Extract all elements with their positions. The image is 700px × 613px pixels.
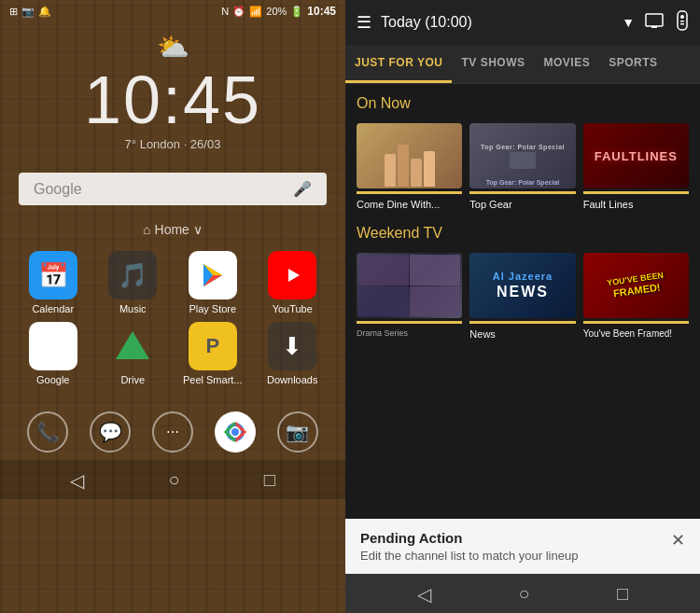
show-card-news[interactable]: Al Jazeera NEWS News <box>469 253 575 340</box>
right-bottom-nav: ◁ ○ □ <box>345 574 700 613</box>
come-dine-name: Come Dine With... <box>357 199 462 210</box>
home-button[interactable]: ○ <box>168 469 179 492</box>
come-dine-thumb <box>357 123 462 188</box>
tab-just-for-you[interactable]: JUST FOR YOU <box>345 45 452 83</box>
show-card-framed[interactable]: YOU'VE BEEN FRAMED! You've Been Framed! <box>583 253 689 340</box>
downloads-icon: ⬇ <box>268 322 316 370</box>
app-item-playstore[interactable]: Play Store <box>176 251 249 314</box>
status-icon-bell: 🔔 <box>38 6 51 18</box>
tabs: JUST FOR YOU TV SHOWS MOVIES SPORTS <box>345 45 700 84</box>
tv-icon[interactable] <box>644 12 665 34</box>
left-panel: ⊞ 📷 🔔 N ⏰ 📶 20% 🔋 10:45 ⛅ 10:45 7° Londo… <box>0 0 345 613</box>
svg-rect-19 <box>680 23 684 25</box>
framed-thumb: YOU'VE BEEN FRAMED! <box>583 253 689 318</box>
top-gear-thumb: Top Gear: Polar Special Top Gear: Polar … <box>469 123 575 188</box>
dock-item-chrome[interactable] <box>203 411 266 453</box>
news-label: Al Jazeera NEWS <box>493 271 553 300</box>
tab-sports[interactable]: SPORTS <box>599 45 666 83</box>
battery-percent: 20% <box>266 6 287 17</box>
home-chevron: ∨ <box>193 222 203 237</box>
app-label-drive: Drive <box>120 374 145 385</box>
app-label-peel: Peel Smart... <box>183 374 243 385</box>
dock-item-messages[interactable]: 💬 <box>79 411 142 453</box>
nfc-icon: N <box>221 6 229 17</box>
hamburger-menu[interactable]: ☰ <box>357 12 371 33</box>
close-pending-button[interactable]: ✕ <box>671 530 685 550</box>
show-card-top-gear[interactable]: Top Gear: Polar Special Top Gear: Polar … <box>469 123 575 210</box>
on-now-title: On Now <box>357 95 689 112</box>
messages-icon: 💬 <box>90 411 131 453</box>
framed-bar <box>583 321 689 324</box>
pending-title: Pending Action <box>360 530 664 546</box>
come-dine-bar <box>357 191 462 194</box>
battery-icon: 🔋 <box>290 6 303 18</box>
music-icon: 🎵 <box>108 251 157 300</box>
app-item-calendar[interactable]: 📅 Calendar <box>17 251 90 314</box>
app-header: ☰ Today (10:00) ▼ <box>345 0 700 45</box>
dock: 📞 💬 ⋯ 📷 <box>0 404 345 460</box>
svg-rect-18 <box>680 21 684 22</box>
app-grid: 📅 Calendar 🎵 Music Play Store <box>0 242 345 395</box>
show4-bar <box>357 321 462 324</box>
show4-thumb <box>357 253 462 318</box>
header-icons <box>644 10 689 35</box>
app-label-calendar: Calendar <box>32 303 74 314</box>
youtube-icon <box>268 251 316 300</box>
status-bar-left: ⊞ 📷 🔔 <box>9 6 51 18</box>
big-clock: 10:45 <box>84 66 261 133</box>
pending-desc: Edit the channel list to match your line… <box>360 549 664 563</box>
svg-rect-13 <box>646 14 663 26</box>
app-item-google[interactable]: Google <box>17 322 90 385</box>
dock-item-camera[interactable]: 📷 <box>266 411 329 453</box>
show-card-show4[interactable]: Drama Series <box>357 253 462 340</box>
app-label-youtube: YouTube <box>273 303 313 314</box>
home-label: ⌂ Home ∨ <box>0 222 345 237</box>
right-recents-button[interactable]: □ <box>617 583 628 606</box>
calendar-icon: 📅 <box>29 251 77 300</box>
chrome-icon <box>215 411 256 453</box>
news-thumb: Al Jazeera NEWS <box>469 253 575 318</box>
phone-icon: 📞 <box>27 411 68 453</box>
right-home-button[interactable]: ○ <box>518 583 529 606</box>
top-gear-name: Top Gear <box>469 199 575 210</box>
left-bottom-nav: ◁ ○ □ <box>0 460 345 499</box>
show-card-come-dine[interactable]: Come Dine With... <box>357 123 462 210</box>
dropdown-icon[interactable]: ▼ <box>622 15 635 30</box>
content-area: On Now Come Dine With... <box>345 84 700 519</box>
apps-icon: ⋯ <box>152 411 193 453</box>
clock-area: ⛅ 10:45 7° London · 26/03 <box>0 22 345 156</box>
news-bar <box>469 321 575 324</box>
search-bar[interactable]: Google 🎤 <box>19 173 327 205</box>
app-item-drive[interactable]: Drive <box>97 322 170 385</box>
right-back-button[interactable]: ◁ <box>417 583 431 606</box>
status-icon-left: ⊞ <box>9 6 18 18</box>
app-item-youtube[interactable]: YouTube <box>257 251 329 314</box>
dock-item-phone[interactable]: 📞 <box>17 411 79 453</box>
dock-item-apps[interactable]: ⋯ <box>142 411 204 453</box>
svg-point-17 <box>680 15 684 19</box>
remote-icon[interactable] <box>676 10 689 35</box>
app-item-downloads[interactable]: ⬇ Downloads <box>257 322 329 385</box>
status-bar: ⊞ 📷 🔔 N ⏰ 📶 20% 🔋 10:45 <box>0 0 345 22</box>
tab-tv-shows[interactable]: TV SHOWS <box>452 45 534 83</box>
peel-icon: P <box>189 322 237 370</box>
app-item-music[interactable]: 🎵 Music <box>97 251 170 314</box>
mic-icon[interactable]: 🎤 <box>293 180 312 198</box>
date-location: 7° London · 26/03 <box>125 137 221 151</box>
on-now-grid: Come Dine With... Top Gear: Polar Specia… <box>357 123 689 210</box>
fault-lines-bar <box>583 191 689 194</box>
google-icon <box>29 322 77 370</box>
right-panel: ☰ Today (10:00) ▼ JUST FOR <box>345 0 700 613</box>
back-button[interactable]: ◁ <box>70 469 84 492</box>
app-item-peel[interactable]: P Peel Smart... <box>176 322 249 385</box>
status-time: 10:45 <box>307 5 336 18</box>
fault-lines-name: Fault Lines <box>583 199 689 210</box>
app-label-google: Google <box>36 374 69 385</box>
show-card-fault-lines[interactable]: FAULTLINES Fault Lines <box>583 123 689 210</box>
framed-name: You've Been Framed! <box>583 328 689 339</box>
signal-icon: 📶 <box>249 6 262 18</box>
recents-button[interactable]: □ <box>264 469 275 492</box>
alarm-icon: ⏰ <box>232 6 245 18</box>
tab-movies[interactable]: MOVIES <box>534 45 599 83</box>
home-text: Home <box>155 222 189 237</box>
